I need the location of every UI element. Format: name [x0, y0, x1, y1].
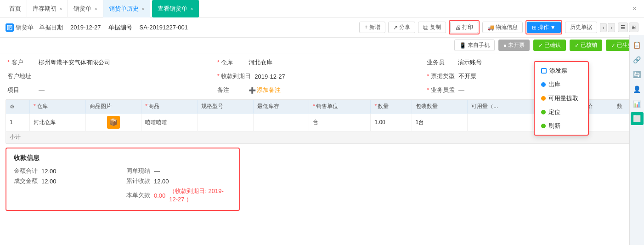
doc-header: 销货单 单据日期 2019-12-27 单据编号 SA-20191227-001… — [0, 17, 644, 38]
tab-inventory-close[interactable]: × — [59, 6, 62, 11]
payment-info-box: 收款信息 金额合计 12.00 成交金额 12.00 同单现结 — 累计收款 — [6, 148, 240, 211]
cell-unit: 台 — [309, 114, 371, 131]
sidebar-chart-icon[interactable]: 📊 — [631, 97, 644, 110]
project-label: 项目 — [7, 86, 35, 94]
window-close-button[interactable]: × — [629, 3, 640, 15]
warehouse-row: 仓库 河北仓库 — [217, 57, 427, 68]
tab-sales-history-label: 销货单历史 — [109, 5, 139, 13]
ticket-type-label: 票据类型 — [427, 72, 455, 80]
deal-row: 成交金额 12.00 — [14, 176, 119, 186]
employee-value: 演示账号 — [458, 58, 482, 67]
salesperson-label: 业务员孟 — [427, 86, 455, 94]
cell-product: 嘻嘻嘻嘻 — [141, 114, 198, 131]
add-invoice-label: 添发票 — [549, 67, 567, 75]
tab-sales[interactable]: 销货单 × — [68, 0, 103, 17]
check-icon: ✓ — [538, 42, 543, 49]
total-label: 金额合计 — [14, 167, 38, 175]
doc-actions: + 新增 ↗ 分享 ⿻ 复制 🖨 打印 🚚 物流信息 ⊞ — [359, 20, 638, 34]
print-button[interactable]: 🖨 打印 — [450, 22, 478, 33]
tab-view-sales[interactable]: 查看销货单 × — [152, 0, 199, 17]
address-label: 客户地址 — [7, 72, 35, 80]
right-sidebar: 📋 🔗 🔄 👤 📊 ⬜ — [629, 35, 644, 245]
prev-button[interactable]: ‹ — [600, 23, 607, 32]
list-view-button[interactable]: ☰ — [618, 23, 628, 32]
effective-icon: ✓ — [611, 42, 616, 49]
sidebar-doc-icon[interactable]: 📋 — [631, 39, 644, 51]
cell-image: 📦 — [85, 114, 141, 131]
sidebar-expand-icon[interactable]: ⬜ — [631, 112, 644, 125]
truck-icon: 🚚 — [487, 24, 494, 31]
note-row: 备注 ➕ 添加备注 — [217, 85, 427, 96]
cell-min-stock — [253, 114, 309, 131]
confirmed-status-button[interactable]: ✓ 已确认 — [533, 40, 566, 51]
warehouse-value: 河北仓库 — [249, 58, 272, 67]
tab-sales-history[interactable]: 销货单历史 × — [103, 0, 150, 17]
employee-row: 业务员 演示账号 — [427, 57, 637, 68]
dropdown-refresh[interactable]: 刷新 — [535, 119, 588, 133]
customer-row: 客户 柳州粤港平安气体有限公司 — [7, 57, 217, 68]
project-value: — — [39, 87, 45, 94]
payment-grid: 金额合计 12.00 成交金额 12.00 同单现结 — 累计收款 12.00 — [14, 166, 232, 205]
share-button[interactable]: ↗ 分享 — [388, 22, 415, 33]
col-gear[interactable]: ⚙ — [6, 100, 29, 114]
dropdown-available-extract[interactable]: 可用量提取 — [535, 91, 588, 105]
phone-status-button[interactable]: 📱 来自手机 — [454, 40, 495, 51]
due-date-value: 2019-12-27 — [254, 73, 285, 80]
locate-icon — [541, 110, 546, 114]
view-icons: ☰ ⊞ — [618, 23, 638, 32]
refresh-label: 刷新 — [548, 122, 560, 130]
doc-date-value: 2019-12-27 — [70, 24, 101, 31]
phone-icon: 📱 — [459, 42, 466, 49]
dropdown-add-invoice[interactable]: 添发票 — [535, 64, 588, 78]
payment-right: 同单现结 — 累计收款 12.00 本单欠款 0.00 （收款到期日: 2019… — [126, 166, 232, 205]
tab-view-sales-close[interactable]: × — [190, 6, 193, 11]
out-warehouse-icon — [541, 82, 546, 87]
copy-button[interactable]: ⿻ 复制 — [418, 22, 446, 33]
employee-label: 业务员 — [427, 58, 454, 67]
sidebar-user-icon[interactable]: 👤 — [631, 83, 644, 96]
history-button[interactable]: 历史单据 — [565, 22, 597, 33]
dropdown-locate[interactable]: 定位 — [535, 105, 588, 119]
locate-label: 定位 — [548, 108, 560, 116]
doc-info: 单据日期 2019-12-27 单据编号 SA-20191227-001 — [39, 23, 188, 32]
address-value: — — [39, 73, 45, 80]
warehouse-label: 仓库 — [217, 58, 245, 67]
due-note: （收款到期日: 2019-12-27 ） — [169, 187, 232, 204]
col-image: 商品图片 — [85, 100, 141, 114]
doc-number-label: 单据编号 — [108, 23, 132, 32]
same-order-row: 同单现结 — — [126, 166, 232, 176]
col-warehouse: 仓库 — [29, 100, 85, 114]
grid-view-button[interactable]: ⊞ — [629, 23, 638, 32]
main-content: 销货单 单据日期 2019-12-27 单据编号 SA-20191227-001… — [0, 17, 644, 245]
copy-icon: ⿻ — [423, 24, 429, 31]
sidebar-link-icon[interactable]: 🔗 — [631, 53, 644, 66]
payment-left: 金额合计 12.00 成交金额 12.00 — [14, 166, 119, 205]
balance-value: 0.00 — [154, 192, 165, 199]
logistics-button[interactable]: 🚚 物流信息 — [482, 22, 523, 33]
tab-home[interactable]: 首页 — [4, 0, 27, 17]
new-button[interactable]: + 新增 — [359, 22, 385, 33]
doc-number-value: SA-20191227-001 — [140, 24, 188, 31]
sold-status-button[interactable]: ✓ 已核销 — [570, 40, 602, 51]
next-button[interactable]: › — [608, 23, 615, 32]
col-spec: 规格型号 — [197, 100, 253, 114]
dropdown-out-warehouse[interactable]: 出库 — [535, 78, 588, 91]
add-note-button[interactable]: ➕ 添加备注 — [249, 86, 281, 94]
col-min-stock: 最低库存 — [253, 100, 309, 114]
project-row: 项目 — — [7, 85, 217, 96]
operation-button[interactable]: ⊞ 操作 ▼ — [527, 22, 561, 33]
customer-value: 柳州粤港平安气体有限公司 — [39, 58, 110, 67]
sidebar-refresh-icon[interactable]: 🔄 — [631, 68, 644, 81]
tab-sales-history-close[interactable]: × — [141, 6, 144, 11]
doc-type-badge: 销货单 — [6, 23, 34, 32]
cumulative-label: 累计收款 — [126, 177, 150, 185]
ticket-type-row: 票据类型 不开票 — [427, 71, 637, 82]
customer-label: 客户 — [7, 58, 35, 67]
unopened-status-button[interactable]: ● 未开票 — [498, 40, 530, 51]
grid-icon: ⊞ — [532, 24, 537, 31]
same-order-label: 同单现结 — [126, 167, 150, 175]
dropdown-arrow-icon: ▼ — [550, 24, 556, 31]
tab-sales-close[interactable]: × — [94, 6, 97, 11]
cell-available — [468, 114, 532, 131]
tab-inventory[interactable]: 库存期初 × — [27, 0, 68, 17]
